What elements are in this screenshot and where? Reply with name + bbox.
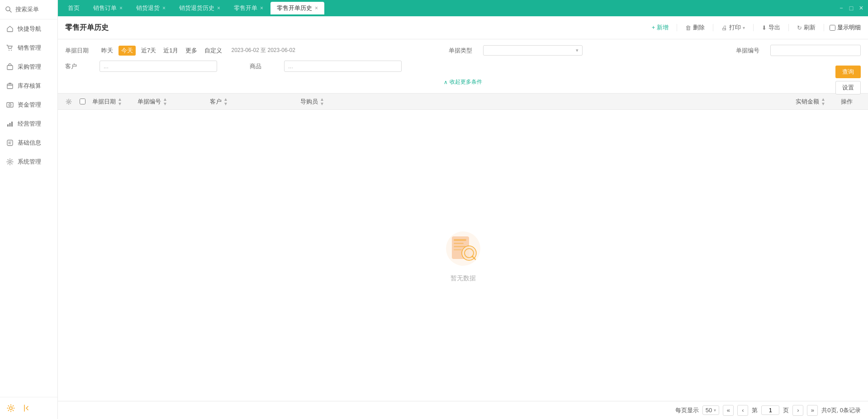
box-icon: [6, 82, 14, 90]
svg-rect-5: [7, 84, 13, 89]
sidebar-item-label: 基础信息: [18, 139, 41, 147]
empty-illustration: [443, 228, 484, 269]
sort-arrows-order-no: ▲▼: [163, 97, 167, 106]
date-opt-more[interactable]: 更多: [184, 46, 199, 56]
date-opt-custom[interactable]: 自定义: [203, 46, 224, 56]
collapse-label: 收起更多条件: [450, 78, 482, 86]
date-opt-today[interactable]: 今天: [119, 46, 136, 56]
filter-area: 单据日期 昨天 今天 近7天 近1月 更多 自定义 2023-06-02 至 2…: [58, 39, 868, 94]
show-detail-checkbox[interactable]: 显示明细: [830, 24, 861, 32]
date-opt-7days[interactable]: 近7天: [139, 46, 158, 56]
table-footer: 每页显示 50 ▾ « ‹ 第 页 › » 共0页, 0条记录: [58, 401, 868, 419]
query-button[interactable]: 查询: [835, 66, 861, 78]
select-all-checkbox[interactable]: [80, 99, 85, 104]
cart-icon: [6, 44, 14, 52]
svg-point-7: [9, 104, 11, 106]
tab-sales-order[interactable]: 销售订单 ×: [87, 2, 129, 14]
page-header: 零售开单历史 + 新增 🗑 删除 🖨 打印 ▾ ⬇ 导出 ↻: [58, 16, 868, 39]
close-button[interactable]: ×: [858, 5, 864, 11]
add-button[interactable]: + 新增: [649, 22, 671, 33]
export-button[interactable]: ⬇ 导出: [759, 22, 783, 33]
sidebar-item-finance[interactable]: 资金管理: [0, 95, 57, 114]
order-no-input[interactable]: [770, 45, 861, 56]
empty-text: 暂无数据: [451, 274, 476, 282]
order-type-select[interactable]: ▾: [483, 45, 583, 56]
sort-arrows-date: ▲▼: [118, 97, 122, 106]
last-page-button[interactable]: »: [807, 405, 818, 416]
svg-rect-21: [454, 249, 462, 250]
tab-close-icon[interactable]: ×: [315, 5, 318, 11]
tab-retail-open[interactable]: 零售开单 ×: [228, 2, 270, 14]
chart-icon: [6, 120, 14, 128]
product-input[interactable]: ...: [284, 61, 402, 72]
tab-home[interactable]: 首页: [62, 2, 86, 14]
svg-rect-8: [7, 124, 9, 127]
page-word: 第: [752, 406, 758, 414]
toolbar: + 新增 🗑 删除 🖨 打印 ▾ ⬇ 导出 ↻ 刷新: [649, 22, 861, 33]
refresh-icon: ↻: [797, 24, 802, 31]
tab-close-icon[interactable]: ×: [162, 5, 166, 11]
search-menu-item[interactable]: 搜索采单: [0, 0, 57, 19]
date-opt-1month[interactable]: 近1月: [161, 46, 180, 56]
sidebar-item-label: 快捷导航: [18, 25, 41, 33]
customer-placeholder: ...: [104, 63, 109, 70]
total-info: 共0页, 0条记录: [821, 406, 861, 414]
col-guide-header[interactable]: 导购员 ▲▼: [297, 97, 342, 106]
sidebar-item-quick-nav[interactable]: 快捷导航: [0, 19, 57, 38]
page-size-select[interactable]: 50 ▾: [702, 405, 719, 415]
date-options: 昨天 今天 近7天 近1月 更多 自定义: [100, 46, 224, 56]
date-label: 单据日期: [65, 47, 92, 55]
svg-rect-18: [454, 239, 466, 241]
money-icon: [6, 101, 14, 109]
table-area: 单据日期 ▲▼ 单据编号 ▲▼ 客户 ▲▼ 导购员 ▲▼ 实销金额 ▲▼ 操作: [58, 94, 868, 419]
col-checkbox-header[interactable]: [76, 99, 89, 104]
show-detail-input[interactable]: [830, 25, 835, 31]
tab-close-icon[interactable]: ×: [260, 5, 263, 11]
sidebar-item-basic-info[interactable]: 基础信息: [0, 133, 57, 152]
collapse-btn[interactable]: ∧ 收起更多条件: [65, 76, 861, 88]
refresh-button[interactable]: ↻ 刷新: [794, 22, 818, 33]
current-page-input[interactable]: [761, 405, 779, 415]
col-date-header[interactable]: 单据日期 ▲▼: [89, 97, 134, 106]
info-icon: [6, 139, 14, 147]
minimize-button[interactable]: －: [838, 5, 844, 11]
customer-input[interactable]: ...: [100, 61, 217, 72]
sidebar-item-label: 销售管理: [18, 44, 41, 52]
sidebar-item-operation[interactable]: 经营管理: [0, 114, 57, 133]
settings-button[interactable]: 设置: [835, 81, 861, 94]
sidebar-item-purchase-mgmt[interactable]: 采购管理: [0, 57, 57, 76]
col-order-no-header[interactable]: 单据编号 ▲▼: [134, 97, 206, 106]
prev-page-button[interactable]: ‹: [737, 405, 748, 416]
divider: [713, 24, 713, 31]
col-customer-header[interactable]: 客户 ▲▼: [206, 97, 297, 106]
sidebar-item-sys-mgmt[interactable]: 系统管理: [0, 152, 57, 171]
tab-close-icon[interactable]: ×: [217, 5, 220, 11]
date-opt-yesterday[interactable]: 昨天: [100, 46, 115, 56]
tab-bar: 首页 销售订单 × 销货退货 × 销货退货历史 × 零售开单 × 零售开单历史 …: [58, 0, 868, 16]
delete-button[interactable]: 🗑 删除: [683, 22, 707, 33]
window-controls: － □ ×: [838, 5, 864, 11]
delete-icon: 🗑: [685, 24, 691, 31]
product-placeholder: ...: [288, 63, 293, 70]
sidebar-item-sales-mgmt[interactable]: 销售管理: [0, 38, 57, 57]
divider: [788, 24, 789, 31]
tab-close-icon[interactable]: ×: [119, 5, 123, 11]
col-amount-header[interactable]: 实销金额 ▲▼: [792, 97, 837, 106]
tab-retail-open-history[interactable]: 零售开单历史 ×: [270, 2, 324, 14]
bag-icon: [6, 63, 14, 71]
tab-sales-return[interactable]: 销货退货 ×: [130, 2, 172, 14]
sidebar-item-inventory[interactable]: 库存核算: [0, 76, 57, 95]
col-settings[interactable]: [62, 99, 76, 105]
tab-sales-return-history[interactable]: 销货退货历史 ×: [173, 2, 227, 14]
svg-point-13: [9, 407, 12, 410]
print-button[interactable]: 🖨 打印 ▾: [719, 22, 748, 33]
divider: [677, 24, 677, 31]
gear-icon: [6, 158, 14, 166]
settings-bottom-icon[interactable]: [5, 402, 17, 414]
collapse-sidebar-icon[interactable]: [21, 402, 33, 414]
maximize-button[interactable]: □: [848, 5, 854, 11]
sort-arrows-customer: ▲▼: [223, 97, 228, 106]
table-header: 单据日期 ▲▼ 单据编号 ▲▼ 客户 ▲▼ 导购员 ▲▼ 实销金额 ▲▼ 操作: [58, 94, 868, 110]
first-page-button[interactable]: «: [723, 405, 734, 416]
next-page-button[interactable]: ›: [792, 405, 803, 416]
